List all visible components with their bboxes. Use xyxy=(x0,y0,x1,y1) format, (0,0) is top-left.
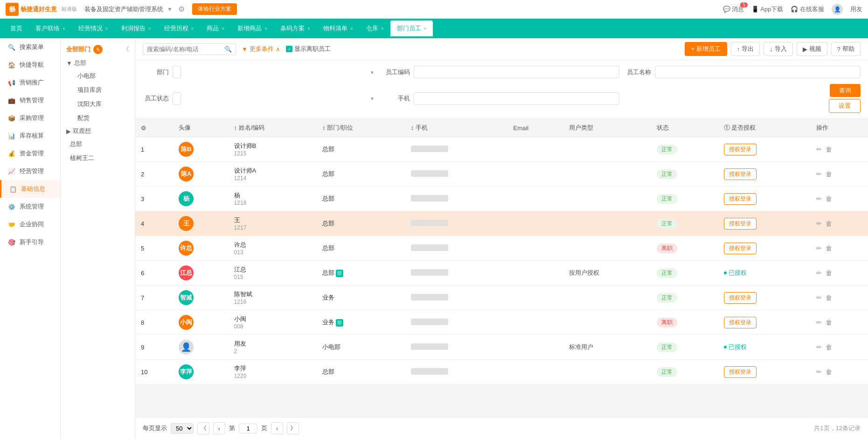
sidebar-item-inventory[interactable]: 📊 库存核算 xyxy=(0,127,60,145)
authorize-btn[interactable]: 授权登录 xyxy=(724,243,757,254)
more-conditions-btn[interactable]: ▼ 更多条件 ∧ xyxy=(242,45,280,53)
edit-icon[interactable]: ✏ xyxy=(816,146,822,153)
tab-add-goods[interactable]: 新增商品× xyxy=(231,21,274,36)
export-btn[interactable]: ↑ 导出 xyxy=(731,42,760,56)
col-settings[interactable]: ⚙ xyxy=(135,119,173,137)
sidebar-item-quicknav[interactable]: 🏠 快捷导航 xyxy=(0,56,60,74)
delete-icon[interactable]: 🗑 xyxy=(826,195,832,202)
delete-icon[interactable]: 🗑 xyxy=(826,319,832,326)
authorize-btn[interactable]: 授权登录 xyxy=(724,317,757,328)
app-download-btn[interactable]: 📱 App下载 xyxy=(751,5,783,14)
phone-input[interactable] xyxy=(414,92,619,105)
empcode-input[interactable] xyxy=(414,66,619,78)
sidebar-item-basic-info[interactable]: 📋 基础信息 xyxy=(0,180,60,198)
edit-icon[interactable]: ✏ xyxy=(816,343,822,351)
col-phone[interactable]: ↕ 手机 xyxy=(405,119,508,137)
col-dept[interactable]: ↕ 部门/职位 xyxy=(317,119,405,137)
tab-customer[interactable]: 客户联络× xyxy=(29,21,72,36)
authorize-btn[interactable]: 授权登录 xyxy=(724,366,757,378)
add-employee-btn[interactable]: + 新增员工 xyxy=(685,42,727,56)
first-page-btn[interactable]: 《 xyxy=(197,422,209,434)
dept-collapse-btn[interactable]: 《 xyxy=(123,45,129,54)
delete-icon[interactable]: 🗑 xyxy=(826,368,832,376)
online-service-btn[interactable]: 🎧 在线客服 xyxy=(791,5,824,14)
show-resigned-toggle[interactable]: ✓ 显示离职员工 xyxy=(286,45,331,53)
dept-select[interactable] xyxy=(173,66,181,78)
row-actions: ✏🗑 xyxy=(811,335,868,360)
row-avatar: 江总 xyxy=(173,261,228,286)
delete-icon[interactable]: 🗑 xyxy=(826,146,832,153)
sidebar-item-marketing[interactable]: 📢 营销推广 xyxy=(0,74,60,91)
edit-icon[interactable]: ✏ xyxy=(816,368,822,376)
help-btn[interactable]: ? 帮助 xyxy=(831,42,861,56)
edit-icon[interactable]: ✏ xyxy=(816,195,822,202)
edit-icon[interactable]: ✏ xyxy=(816,294,822,301)
trial-button[interactable]: 体验行业方案 xyxy=(192,3,237,15)
message-badge: 5 xyxy=(740,2,748,7)
authorize-btn[interactable]: 授权登录 xyxy=(724,218,757,230)
dept-group-shuanglu[interactable]: ▶ 双鹿想 xyxy=(61,125,135,137)
delete-icon[interactable]: 🗑 xyxy=(826,220,832,227)
all-dept-label[interactable]: 全部部门 xyxy=(66,45,90,54)
edit-icon[interactable]: ✏ xyxy=(816,269,822,277)
dept-item-projectroom[interactable]: 项目库房 xyxy=(68,83,135,97)
set-btn[interactable]: 设置 xyxy=(829,99,861,113)
system-dropdown[interactable]: ▼ xyxy=(167,6,173,13)
last-page-btn[interactable]: 》 xyxy=(287,422,299,434)
settings-icon[interactable]: ⚙ xyxy=(178,5,185,14)
edit-icon[interactable]: ✏ xyxy=(816,319,822,326)
authorize-btn[interactable]: 授权登录 xyxy=(724,193,757,205)
dept-item-zongbu[interactable]: 总部 xyxy=(61,137,135,151)
import-btn[interactable]: ↓ 导入 xyxy=(764,42,793,56)
sidebar-item-search[interactable]: 🔍 搜索菜单 xyxy=(0,38,60,56)
prev-page-btn[interactable]: ‹ xyxy=(213,422,225,434)
tab-history[interactable]: 经营历程× xyxy=(158,21,201,36)
sidebar-item-sales[interactable]: 💼 销售管理 xyxy=(0,91,60,109)
tab-goods[interactable]: 商品× xyxy=(200,21,231,36)
dept-item-delivery[interactable]: 配货 xyxy=(68,111,135,125)
tab-department[interactable]: 部门员工× xyxy=(390,21,433,36)
search-icon[interactable]: 🔍 xyxy=(224,46,232,53)
delete-icon[interactable]: 🗑 xyxy=(826,294,832,301)
tab-barcode[interactable]: 条码方案× xyxy=(274,21,317,36)
sidebar-item-guide[interactable]: 🎯 新手引导 xyxy=(0,233,60,251)
query-btn[interactable]: 查询 xyxy=(830,84,861,97)
empname-input[interactable] xyxy=(655,66,861,78)
guide-icon: 🎯 xyxy=(7,238,16,246)
tab-operation[interactable]: 经营情况× xyxy=(72,21,115,36)
dept-item-xiaodiandu[interactable]: 小电部 xyxy=(68,69,135,83)
delete-icon[interactable]: 🗑 xyxy=(826,269,832,277)
status-select[interactable] xyxy=(173,92,181,105)
dept-item-zhishu[interactable]: 植树王二 xyxy=(61,151,135,165)
tab-home[interactable]: 首页 xyxy=(4,21,29,36)
next-page-btn[interactable]: › xyxy=(271,422,283,434)
sidebar-item-enterprise[interactable]: 🤝 企业协同 xyxy=(0,216,60,233)
delete-icon[interactable]: 🗑 xyxy=(826,343,832,351)
edit-icon[interactable]: ✏ xyxy=(816,220,822,227)
search-input[interactable] xyxy=(147,46,222,53)
table-header: ⚙ 头像 ↕ 姓名/编码 ↕ 部门/职位 ↕ 手机 Email 用户类型 状态 … xyxy=(135,119,868,137)
view-btn[interactable]: ▶ 视频 xyxy=(797,42,827,56)
col-name[interactable]: ↕ 姓名/编码 xyxy=(229,119,317,137)
sidebar-item-finance[interactable]: 💰 资金管理 xyxy=(0,145,60,162)
tab-bom[interactable]: 物料清单× xyxy=(317,21,360,36)
dept-item-shenyang[interactable]: 沈阳大库 xyxy=(68,97,135,111)
delete-icon[interactable]: 🗑 xyxy=(826,244,832,252)
dept-group-headquarter[interactable]: ▼ 总部 xyxy=(61,57,135,69)
message-btn[interactable]: 💬 消息 5 xyxy=(723,5,744,14)
per-page-select[interactable]: 50 xyxy=(171,423,194,434)
edit-icon[interactable]: ✏ xyxy=(816,244,822,252)
page-input[interactable] xyxy=(239,424,257,433)
sidebar-item-purchase[interactable]: 📦 采购管理 xyxy=(0,109,60,127)
sidebar-item-system[interactable]: ⚙️ 系统管理 xyxy=(0,198,60,216)
tab-profit[interactable]: 利润报告× xyxy=(115,21,158,36)
edit-icon[interactable]: ✏ xyxy=(816,170,822,178)
authorize-btn[interactable]: 授权登录 xyxy=(724,144,757,155)
delete-icon[interactable]: 🗑 xyxy=(826,170,832,178)
authorize-btn[interactable]: 授权登录 xyxy=(724,168,757,180)
dept-edit-btn[interactable]: ✎ xyxy=(93,45,103,54)
authorize-btn[interactable]: 授权登录 xyxy=(724,292,757,304)
tab-warehouse[interactable]: 仓库× xyxy=(360,21,390,36)
sidebar-item-operation[interactable]: 📈 经营管理 xyxy=(0,162,60,180)
user-avatar[interactable]: 👤 xyxy=(832,4,843,15)
